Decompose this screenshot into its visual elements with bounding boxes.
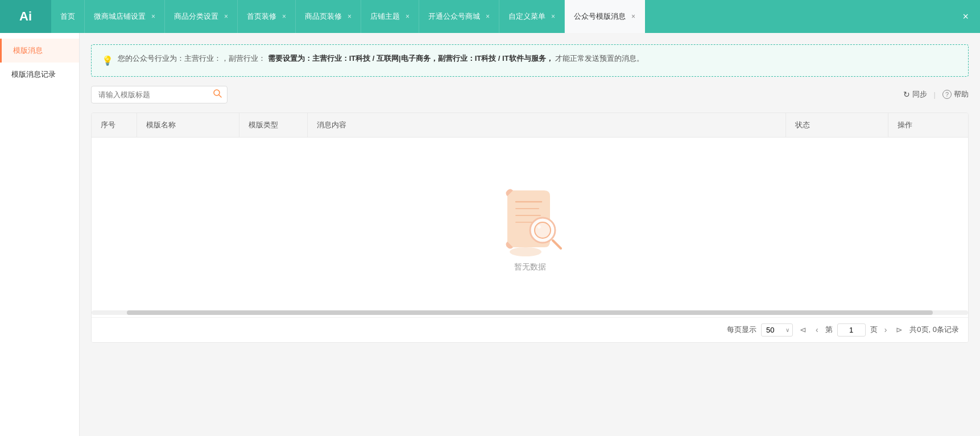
last-page-button[interactable]: ⊳ [894,324,905,335]
nav-tab-label: 首页 [60,11,75,22]
data-table: 序号 模版名称 模版类型 消息内容 状态 操作 [91,113,969,343]
sidebar-item-label: 模版消息记录 [11,70,56,78]
bulb-icon: 💡 [102,53,113,68]
horizontal-scrollbar[interactable] [92,310,968,315]
sidebar-item-template-message[interactable]: 模版消息 [0,39,79,63]
nav-tab-custom-menu[interactable]: 自定义菜单 × [499,0,565,33]
help-icon: ? [942,90,952,99]
help-label: 帮助 [954,89,969,99]
page-number-input[interactable] [837,323,866,337]
divider: | [934,90,936,99]
nav-tab-label: 公众号模版消息 [574,11,626,22]
nav-tab-label: 微商城店铺设置 [94,11,146,22]
nav-tab-product-category[interactable]: 商品分类设置 × [165,0,238,33]
search-button[interactable] [213,89,222,99]
nav-tab-home[interactable]: 首页 [51,0,85,33]
close-icon[interactable]: × [551,13,555,20]
scrollbar-thumb[interactable] [127,310,933,315]
nav-tab-shop-theme[interactable]: 店铺主题 × [361,0,419,33]
nav-tab-open-mall[interactable]: 开通公众号商城 × [419,0,499,33]
empty-icon [496,185,564,253]
close-icon[interactable]: × [486,13,490,20]
top-nav: Ai 首页 微商城店铺设置 × 商品分类设置 × 首页装修 × 商品页装修 × … [0,0,980,33]
sync-icon: ↻ [903,90,910,99]
notice-box: 💡 您的公众号行业为：主营行业：，副营行业： 需要设置为：主营行业：IT科技 /… [91,44,969,77]
prev-page-button[interactable]: ‹ [813,324,821,335]
close-icon[interactable]: × [348,13,352,20]
nav-tab-label: 店铺主题 [370,11,400,22]
nav-tabs-area: 首页 微商城店铺设置 × 商品分类设置 × 首页装修 × 商品页装修 × 店铺主… [51,0,951,33]
pagination-summary: 共0页, 0条记录 [909,325,959,335]
page-size-label: 每页显示 [727,325,756,335]
svg-line-11 [553,240,561,248]
search-actions: ↻ 同步 | ? 帮助 [903,89,969,99]
search-input[interactable] [91,86,228,103]
main-layout: 模版消息 模版消息记录 💡 您的公众号行业为：主营行业：，副营行业： 需要设置为… [0,33,980,436]
first-page-button[interactable]: ⊲ [797,324,809,335]
th-name: 模版名称 [137,113,239,137]
search-bar: ↻ 同步 | ? 帮助 [91,86,969,103]
svg-line-1 [219,95,221,97]
nav-tab-label: 开通公众号商城 [428,11,480,22]
sidebar-item-template-message-record[interactable]: 模版消息记录 [0,63,79,86]
th-index: 序号 [92,113,137,137]
th-actions: 操作 [888,113,968,137]
svg-point-12 [537,225,541,229]
sidebar: 模版消息 模版消息记录 [0,33,80,436]
brand-logo: Ai [0,0,51,33]
close-icon[interactable]: × [151,13,155,20]
sync-label: 同步 [912,89,927,99]
sync-button[interactable]: ↻ 同步 [903,89,927,99]
sidebar-item-label: 模版消息 [13,46,43,55]
global-close-button[interactable]: × [951,0,980,33]
search-input-wrap [91,86,228,103]
nav-tab-label: 自定义菜单 [508,11,545,22]
empty-state: 暂无数据 [92,138,968,308]
nav-tab-product-decor[interactable]: 商品页装修 × [296,0,361,33]
page-label: 第 [825,325,833,335]
next-page-button[interactable]: › [882,324,890,335]
close-icon[interactable]: × [282,13,286,20]
nav-tab-home-decor[interactable]: 首页装修 × [238,0,296,33]
nav-tab-label: 首页装修 [247,11,276,22]
notice-text: 您的公众号行业为：主营行业：，副营行业： 需要设置为：主营行业：IT科技 / 互… [118,53,644,65]
pagination: 每页显示 10 20 50 100 ⊲ ‹ 第 页 › ⊳ 共0页, 0条记录 [92,317,968,342]
close-icon[interactable]: × [224,13,228,20]
close-icon[interactable]: × [631,13,635,20]
page-unit: 页 [870,325,878,335]
main-content: 💡 您的公众号行业为：主营行业：，副营行业： 需要设置为：主营行业：IT科技 /… [80,33,980,436]
page-size-select-wrap: 10 20 50 100 [761,323,793,337]
help-button[interactable]: ? 帮助 [942,89,969,99]
empty-text: 暂无数据 [514,262,546,272]
th-status: 状态 [786,113,888,137]
nav-tab-label: 商品分类设置 [174,11,218,22]
nav-tab-template-msg[interactable]: 公众号模版消息 × [565,0,645,33]
close-icon[interactable]: × [406,13,410,20]
nav-tab-wechat-shop[interactable]: 微商城店铺设置 × [85,0,165,33]
nav-tab-label: 商品页装修 [305,11,342,22]
th-type: 模版类型 [239,113,308,137]
page-size-select[interactable]: 10 20 50 100 [761,323,793,337]
table-header: 序号 模版名称 模版类型 消息内容 状态 操作 [92,113,968,138]
svg-point-2 [510,247,541,256]
th-content: 消息内容 [308,113,786,137]
